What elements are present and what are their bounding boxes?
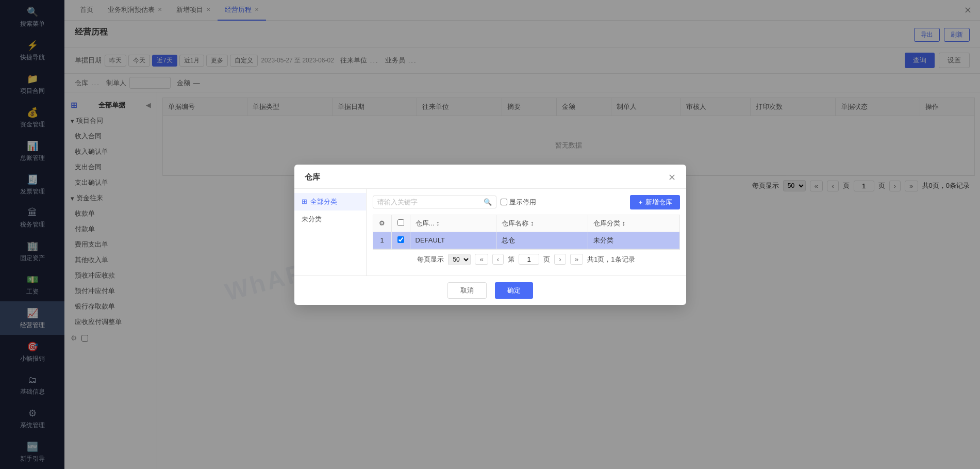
modal-page-input[interactable] bbox=[519, 254, 539, 265]
modal-pagination: 每页显示 50 « ‹ 第 页 › » 共1页，1条记录 bbox=[373, 249, 680, 269]
row-code: DEFAULT bbox=[410, 232, 496, 249]
col-warehouse-code[interactable]: 仓库... ↕ bbox=[410, 215, 496, 232]
grid-icon: ⊞ bbox=[302, 198, 307, 205]
select-all-checkbox[interactable] bbox=[397, 219, 404, 226]
modal-sidebar-all[interactable]: ⊞ 全部分类 bbox=[294, 193, 366, 211]
modal-first-btn[interactable]: « bbox=[475, 254, 488, 265]
show-disabled-label[interactable]: 显示停用 bbox=[501, 198, 536, 207]
col-checkbox-header bbox=[391, 215, 410, 232]
warehouse-search-input[interactable] bbox=[377, 198, 481, 206]
col-gear: ⚙ bbox=[373, 215, 391, 232]
modal-page-text: 第 bbox=[508, 255, 514, 264]
add-warehouse-button[interactable]: ＋ 新增仓库 bbox=[630, 195, 680, 209]
cancel-button[interactable]: 取消 bbox=[447, 282, 487, 299]
modal-per-page-label: 每页显示 bbox=[417, 255, 444, 264]
confirm-button[interactable]: 确定 bbox=[495, 282, 533, 299]
modal-toolbar: 🔍 显示停用 ＋ 新增仓库 bbox=[373, 195, 680, 209]
modal-next-btn[interactable]: › bbox=[554, 254, 566, 265]
row-category: 未分类 bbox=[588, 232, 679, 249]
modal-total: 共1页，1条记录 bbox=[587, 255, 635, 264]
modal-content: 🔍 显示停用 ＋ 新增仓库 ⚙ bbox=[367, 189, 686, 276]
warehouse-table: ⚙ 仓库... ↕ 仓库名称 ↕ bbox=[373, 215, 680, 249]
modal-page-text-2: 页 bbox=[543, 255, 550, 264]
row-select-checkbox[interactable] bbox=[397, 236, 404, 243]
modal-sidebar: ⊞ 全部分类 未分类 bbox=[294, 189, 367, 276]
modal-sidebar-unclassified[interactable]: 未分类 bbox=[294, 211, 366, 228]
modal-close-button[interactable]: ✕ bbox=[668, 172, 676, 183]
modal-last-btn[interactable]: » bbox=[570, 254, 583, 265]
col-warehouse-category[interactable]: 仓库分类 ↕ bbox=[588, 215, 679, 232]
warehouse-modal: 仓库 ✕ ⊞ 全部分类 未分类 🔍 bbox=[294, 165, 686, 305]
table-row[interactable]: 1 DEFAULT 总仓 未分类 bbox=[373, 232, 679, 249]
modal-prev-btn[interactable]: ‹ bbox=[492, 254, 504, 265]
modal-title: 仓库 bbox=[305, 172, 320, 182]
modal-header: 仓库 ✕ bbox=[294, 165, 686, 189]
modal-footer-btns: 取消 确定 bbox=[294, 276, 686, 305]
modal-overlay[interactable]: 仓库 ✕ ⊞ 全部分类 未分类 🔍 bbox=[0, 0, 980, 469]
row-name: 总仓 bbox=[496, 232, 588, 249]
show-disabled-checkbox[interactable] bbox=[501, 199, 507, 205]
row-gear: 1 bbox=[373, 232, 391, 249]
col-warehouse-name[interactable]: 仓库名称 ↕ bbox=[496, 215, 588, 232]
search-icon[interactable]: 🔍 bbox=[484, 198, 492, 206]
modal-body: ⊞ 全部分类 未分类 🔍 显示停用 bbox=[294, 189, 686, 276]
row-checkbox bbox=[391, 232, 410, 249]
modal-per-page-select[interactable]: 50 bbox=[448, 254, 471, 265]
table-gear-icon[interactable]: ⚙ bbox=[379, 219, 385, 227]
search-wrap: 🔍 bbox=[373, 196, 496, 208]
